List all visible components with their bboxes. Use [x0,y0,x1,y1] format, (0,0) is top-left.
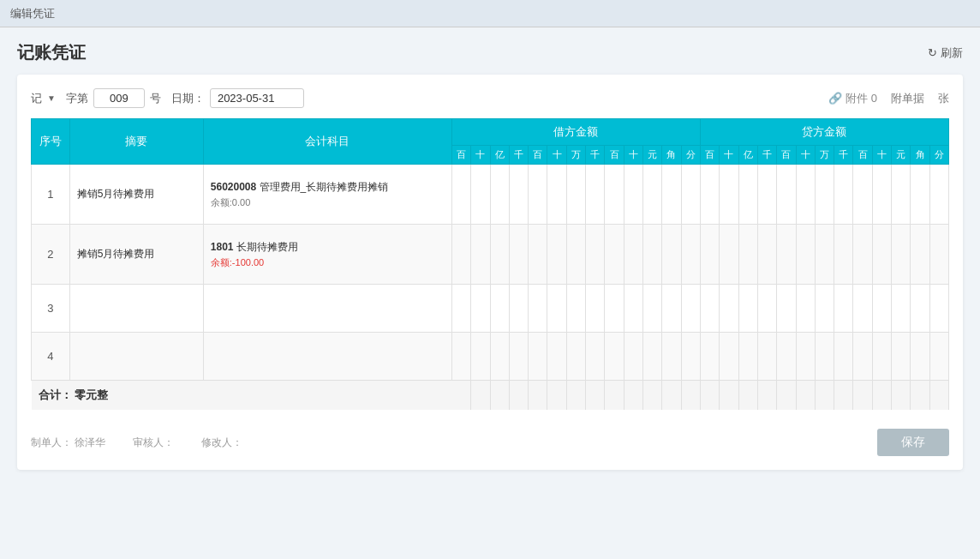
cell-debit-3-6[interactable] [566,333,585,381]
cell-credit-3-3[interactable] [757,333,776,381]
cell-debit-3-1[interactable] [471,333,490,381]
cell-summary-2[interactable] [69,285,203,333]
cell-debit-3-11[interactable] [662,333,681,381]
cell-debit-0-1[interactable] [471,165,490,225]
cell-debit-2-4[interactable] [529,285,547,333]
cell-debit-2-1[interactable] [471,285,490,333]
cell-debit-3-12[interactable] [681,333,700,381]
cell-credit-0-11[interactable] [911,165,929,225]
cell-debit-3-7[interactable] [586,333,605,381]
cell-credit-3-7[interactable] [834,333,853,381]
cell-debit-1-2[interactable] [490,225,509,285]
cell-credit-0-7[interactable] [834,165,853,225]
cell-debit-3-2[interactable] [490,333,509,381]
cell-debit-3-5[interactable] [547,333,566,381]
cell-debit-0-6[interactable] [566,165,585,225]
cell-credit-3-10[interactable] [892,333,911,381]
cell-debit-2-8[interactable] [605,285,624,333]
refresh-button[interactable]: ↻ 刷新 [928,45,963,61]
cell-debit-2-5[interactable] [547,285,566,333]
cell-debit-1-9[interactable] [624,225,642,285]
cell-credit-3-0[interactable] [700,333,719,381]
cell-debit-2-3[interactable] [509,285,528,333]
cell-debit-0-0[interactable] [451,165,470,225]
cell-debit-0-10[interactable] [643,165,662,225]
cell-debit-3-3[interactable] [509,333,528,381]
cell-credit-2-10[interactable] [892,285,911,333]
cell-credit-2-2[interactable] [738,285,757,333]
cell-credit-3-12[interactable] [929,333,948,381]
cell-credit-1-9[interactable] [872,225,891,285]
cell-credit-2-3[interactable] [757,285,776,333]
cell-debit-0-3[interactable] [509,165,528,225]
cell-credit-2-8[interactable] [853,285,872,333]
cell-debit-3-0[interactable] [451,333,470,381]
date-input[interactable] [210,88,304,108]
cell-credit-1-7[interactable] [834,225,853,285]
cell-credit-2-7[interactable] [834,285,853,333]
cell-credit-2-11[interactable] [911,285,929,333]
cell-credit-0-1[interactable] [720,165,738,225]
cell-credit-1-12[interactable] [929,225,948,285]
cell-credit-0-9[interactable] [872,165,891,225]
cell-credit-0-5[interactable] [796,165,815,225]
cell-debit-1-7[interactable] [586,225,605,285]
cell-credit-2-1[interactable] [720,285,738,333]
cell-credit-1-4[interactable] [777,225,796,285]
cell-debit-0-7[interactable] [586,165,605,225]
cell-credit-1-2[interactable] [738,225,757,285]
cell-debit-1-4[interactable] [529,225,547,285]
cell-debit-0-4[interactable] [529,165,547,225]
cell-credit-1-5[interactable] [796,225,815,285]
attachment-link[interactable]: 🔗 附件 0 [828,91,877,106]
cell-debit-2-12[interactable] [681,285,700,333]
cell-credit-2-5[interactable] [796,285,815,333]
cell-account-0[interactable]: 56020008 管理费用_长期待摊费用摊销余额:0.00 [203,165,451,225]
cell-credit-0-3[interactable] [757,165,776,225]
voucher-number-input[interactable] [93,88,145,108]
cell-credit-0-2[interactable] [738,165,757,225]
cell-credit-2-0[interactable] [700,285,719,333]
cell-credit-1-3[interactable] [757,225,776,285]
cell-credit-1-0[interactable] [700,225,719,285]
cell-seq-1[interactable]: 2 [32,225,70,285]
cell-debit-2-10[interactable] [643,285,662,333]
cell-account-1[interactable]: 1801 长期待摊费用余额:-100.00 [203,225,451,285]
cell-debit-1-11[interactable] [662,225,681,285]
cell-summary-3[interactable] [69,333,203,381]
cell-debit-0-12[interactable] [681,165,700,225]
cell-debit-1-3[interactable] [509,225,528,285]
cell-debit-2-0[interactable] [451,285,470,333]
cell-account-2[interactable] [203,285,451,333]
cell-credit-3-4[interactable] [777,333,796,381]
cell-credit-3-1[interactable] [720,333,738,381]
cell-summary-1[interactable]: 摊销5月待摊费用 [69,225,203,285]
cell-credit-3-9[interactable] [872,333,891,381]
cell-debit-3-10[interactable] [643,333,662,381]
cell-debit-1-1[interactable] [471,225,490,285]
cell-credit-1-8[interactable] [853,225,872,285]
cell-credit-0-8[interactable] [853,165,872,225]
cell-credit-2-9[interactable] [872,285,891,333]
cell-debit-3-9[interactable] [624,333,642,381]
cell-credit-1-1[interactable] [720,225,738,285]
cell-debit-1-6[interactable] [566,225,585,285]
cell-debit-2-2[interactable] [490,285,509,333]
cell-credit-3-2[interactable] [738,333,757,381]
cell-debit-2-9[interactable] [624,285,642,333]
cell-seq-2[interactable]: 3 [32,285,70,333]
cell-credit-0-10[interactable] [892,165,911,225]
cell-debit-2-7[interactable] [586,285,605,333]
cell-debit-1-12[interactable] [681,225,700,285]
cell-debit-2-11[interactable] [662,285,681,333]
cell-credit-2-12[interactable] [929,285,948,333]
cell-debit-0-9[interactable] [624,165,642,225]
cell-debit-1-10[interactable] [643,225,662,285]
cell-summary-0[interactable]: 摊销5月待摊费用 [69,165,203,225]
cell-credit-3-11[interactable] [911,333,929,381]
cell-credit-1-11[interactable] [911,225,929,285]
cell-account-3[interactable] [203,333,451,381]
cell-debit-0-11[interactable] [662,165,681,225]
cell-debit-0-2[interactable] [490,165,509,225]
cell-credit-0-12[interactable] [929,165,948,225]
